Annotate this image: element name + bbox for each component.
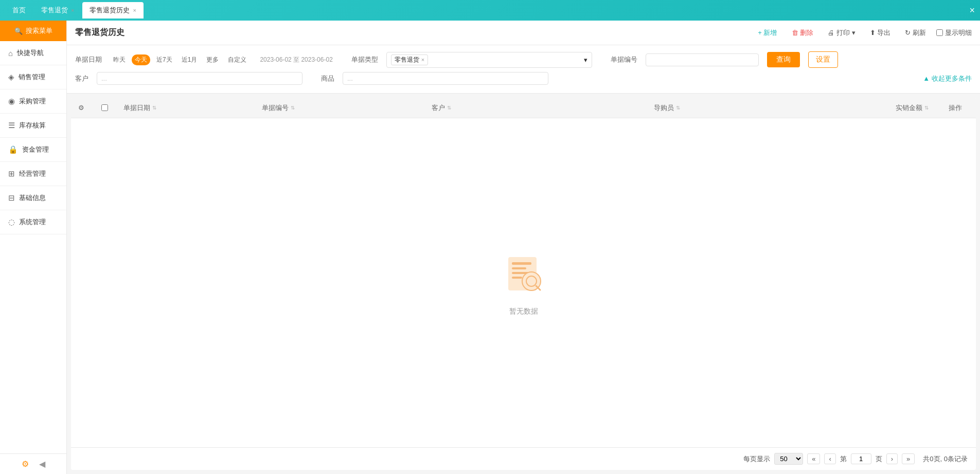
show-detail-input[interactable] [936, 29, 943, 36]
sidebar-item-quick-nav[interactable]: ⌂ 快捷导航 [0, 41, 66, 65]
th-guide-label: 导购员 [654, 103, 674, 113]
customer-select[interactable]: ... [97, 72, 302, 85]
th-billno[interactable]: 单据编号 ⇅ [256, 103, 425, 113]
export-button[interactable]: ⬆ 导出 [866, 26, 895, 40]
th-billno-label: 单据编号 [262, 103, 289, 113]
next-page-button[interactable]: › [886, 453, 898, 464]
page-number-input[interactable] [851, 453, 871, 464]
sidebar-item-basic-info-label: 基础信息 [19, 193, 46, 203]
delete-button-label: 🗑 删除 [792, 28, 814, 38]
sidebar-item-finance[interactable]: 🔒 资金管理 [0, 138, 66, 162]
date-filter-label: 单据日期 [75, 55, 102, 64]
tab-retail-return-history[interactable]: 零售退货历史 × [82, 2, 143, 19]
tab-retail-return-close[interactable]: × [71, 7, 74, 13]
print-dropdown-icon: ▾ [852, 29, 856, 37]
filter-row-2: 客户 ... 商品 ... ▲ 收起更多条件 [75, 72, 972, 85]
last-page-button[interactable]: » [902, 453, 915, 464]
date-btn-1month[interactable]: 近1月 [179, 54, 201, 65]
operation-icon: ⊞ [8, 169, 15, 178]
tab-home[interactable]: 首页 [5, 2, 33, 19]
date-btn-7days[interactable]: 近7天 [153, 54, 175, 65]
sidebar-item-purchase-mgmt[interactable]: ◉ 采购管理 [0, 89, 66, 114]
customer-label: 客户 [75, 74, 88, 83]
content-area: 零售退货历史 + 新增 🗑 删除 🖨 打印 ▾ ⬆ 导出 ↻ 刷新 [67, 21, 980, 474]
th-check[interactable] [92, 104, 117, 111]
prev-page-button[interactable]: ‹ [824, 453, 835, 464]
collapse-filter-label: 收起更多条件 [932, 74, 972, 83]
bill-no-label: 单据编号 [611, 55, 637, 64]
header-actions: + 新增 🗑 删除 🖨 打印 ▾ ⬆ 导出 ↻ 刷新 显示明细 [754, 26, 972, 40]
settings-gear-icon[interactable]: ⚙ [22, 459, 29, 469]
purchase-icon: ◉ [8, 97, 15, 106]
th-guide[interactable]: 导购员 ⇅ [648, 103, 817, 113]
th-date-label: 单据日期 [123, 103, 150, 113]
filter-settings-button[interactable]: 设置 [808, 51, 838, 68]
sidebar-item-quick-nav-label: 快捷导航 [17, 48, 44, 58]
system-icon: ◌ [8, 217, 15, 227]
sidebar-item-basic-info[interactable]: ⊟ 基础信息 [0, 186, 66, 210]
sidebar-item-sales-label: 销售管理 [19, 72, 45, 82]
goods-label: 商品 [321, 74, 334, 83]
sort-date-icon: ⇅ [152, 105, 156, 111]
th-ops: 操作 [935, 103, 976, 113]
th-amount[interactable]: 实销金额 ⇅ [817, 103, 935, 113]
top-bar: 首页 零售退货 × 零售退货历史 × × [0, 0, 980, 21]
sidebar-item-operation[interactable]: ⊞ 经营管理 [0, 162, 66, 186]
page-header: 零售退货历史 + 新增 🗑 删除 🖨 打印 ▾ ⬆ 导出 ↻ 刷新 [67, 21, 980, 45]
delete-button[interactable]: 🗑 删除 [788, 26, 818, 40]
home-icon: ⌂ [8, 49, 13, 58]
tab-list: 首页 零售退货 × 零售退货历史 × [5, 2, 969, 19]
sidebar-search-label: 搜索菜单 [26, 26, 52, 35]
bill-type-tag-remove[interactable]: × [421, 57, 424, 63]
date-btn-today[interactable]: 今天 [132, 54, 150, 65]
th-settings[interactable]: ⚙ [71, 104, 92, 112]
date-btn-yesterday[interactable]: 昨天 [110, 54, 129, 65]
customer-placeholder: ... [101, 75, 107, 82]
page-title: 零售退货历史 [75, 27, 124, 38]
query-button-label: 查询 [776, 55, 791, 63]
svg-rect-4 [512, 277, 522, 279]
page-word: 第 [840, 454, 847, 464]
bill-no-input[interactable] [646, 53, 759, 66]
page-label: 页 [876, 454, 882, 464]
tab-retail-return-history-close[interactable]: × [133, 7, 136, 13]
add-button-label: + 新增 [758, 28, 777, 38]
sidebar-item-sales-mgmt[interactable]: ◈ 销售管理 [0, 65, 66, 89]
th-customer-label: 客户 [432, 103, 445, 113]
first-page-button[interactable]: « [807, 453, 820, 464]
main-layout: 🔍 搜索菜单 ⌂ 快捷导航 ◈ 销售管理 ◉ 采购管理 ☰ 库存核算 🔒 资金管… [0, 21, 980, 474]
collapse-icon: ▲ [923, 75, 930, 82]
bill-type-select[interactable]: 零售退货 × ▾ [386, 52, 592, 68]
collapse-filter-button[interactable]: ▲ 收起更多条件 [923, 74, 972, 83]
th-ops-label: 操作 [949, 103, 962, 113]
date-btn-custom[interactable]: 自定义 [225, 54, 250, 65]
empty-illustration [498, 249, 549, 301]
print-button[interactable]: 🖨 打印 ▾ [824, 26, 860, 40]
show-detail-checkbox[interactable]: 显示明细 [936, 28, 972, 38]
filter-row-1: 单据日期 昨天 今天 近7天 近1月 更多 [75, 51, 972, 68]
goods-select[interactable]: ... [343, 72, 548, 85]
add-button[interactable]: + 新增 [754, 26, 781, 40]
tab-retail-return-label: 零售退货 [41, 6, 68, 15]
sort-customer-icon: ⇅ [447, 105, 451, 111]
pagination-bar: 每页显示 50 10 20 100 « ‹ 第 页 › » 共0页, 0条记录 [71, 447, 976, 470]
table-settings-icon[interactable]: ⚙ [78, 104, 84, 112]
bill-type-dropdown-icon: ▾ [584, 56, 587, 64]
sidebar-item-system-mgmt[interactable]: ◌ 系统管理 [0, 210, 66, 234]
query-button[interactable]: 查询 [767, 52, 800, 67]
empty-state: 暂无数据 [498, 249, 549, 316]
refresh-button[interactable]: ↻ 刷新 [901, 26, 930, 40]
sidebar-item-inventory[interactable]: ☰ 库存核算 [0, 114, 66, 138]
select-all-checkbox[interactable] [101, 104, 108, 111]
th-customer[interactable]: 客户 ⇅ [425, 103, 648, 113]
sidebar-collapse-icon[interactable]: ◀ [39, 459, 45, 469]
date-btn-more[interactable]: 更多 [203, 54, 222, 65]
page-size-select[interactable]: 50 10 20 100 [774, 453, 803, 465]
th-date[interactable]: 单据日期 ⇅ [117, 103, 256, 113]
tab-retail-return[interactable]: 零售退货 × [34, 2, 81, 19]
sidebar-item-finance-label: 资金管理 [22, 145, 49, 154]
window-close-button[interactable]: × [969, 5, 975, 16]
show-detail-label: 显示明细 [945, 28, 972, 38]
tab-retail-return-history-label: 零售退货历史 [90, 6, 130, 15]
sidebar-search[interactable]: 🔍 搜索菜单 [0, 21, 66, 41]
